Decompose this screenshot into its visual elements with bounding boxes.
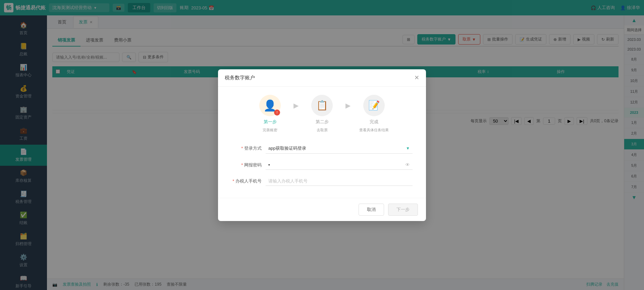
step-2-desc: 去取票 [317, 128, 328, 133]
step-3-label: 完成 [370, 119, 378, 125]
form-row-phone: * 办税人手机号 [231, 176, 413, 186]
step-1-icon-wrap: 👤 ! [259, 95, 281, 116]
eye-toggle-icon[interactable]: 👁 [405, 162, 413, 167]
required-star-1: * [241, 146, 243, 151]
modal-overlay[interactable]: 税务数字账户 ✕ 👤 ! 第一步 完善账密 ▶ [0, 0, 644, 290]
next-button[interactable]: 下一步 [388, 204, 418, 216]
login-method-select[interactable]: app获取验证码登录 ▼ [266, 143, 413, 154]
password-label: * 网报密码 [231, 162, 262, 168]
step-3-desc: 查看具体任务结果 [359, 128, 389, 133]
form-row-password: * 网报密码 👁 [231, 160, 413, 170]
login-method-value: app获取验证码登录 [268, 145, 306, 151]
login-method-label: * 登录方式 [231, 145, 262, 151]
modal-footer: 取消 下一步 [218, 198, 426, 221]
step-1: 👤 ! 第一步 完善账密 [247, 95, 293, 133]
step-2-label: 第二步 [316, 119, 329, 125]
modal-header: 税务数字账户 ✕ [218, 69, 426, 87]
step-2-icon: 📋 [316, 100, 328, 111]
step-arrow-2: ▶ [345, 95, 351, 110]
form-row-login-method: * 登录方式 app获取验证码登录 ▼ [231, 143, 413, 154]
login-dropdown-icon: ▼ [406, 146, 410, 151]
step-3: 📝 完成 查看具体任务结果 [351, 95, 397, 133]
steps-row: 👤 ! 第一步 完善账密 ▶ 📋 第二步 去取票 ▶ [231, 95, 413, 133]
required-star-2: * [241, 162, 243, 167]
phone-label: * 办税人手机号 [231, 178, 262, 184]
phone-input[interactable] [266, 176, 413, 186]
modal-close-btn[interactable]: ✕ [414, 75, 419, 81]
required-star-3: * [232, 178, 234, 184]
modal: 税务数字账户 ✕ 👤 ! 第一步 完善账密 ▶ [218, 69, 426, 221]
step-3-icon: 📝 [368, 100, 380, 111]
step-2-icon-wrap: 📋 [311, 95, 333, 116]
cancel-button[interactable]: 取消 [359, 204, 384, 216]
step-1-desc: 完善账密 [263, 128, 277, 133]
password-input[interactable] [266, 160, 405, 169]
step-2: 📋 第二步 去取票 [299, 95, 345, 133]
modal-title: 税务数字账户 [225, 75, 255, 81]
step-arrow-1: ▶ [293, 95, 299, 110]
step-1-label: 第一步 [264, 119, 277, 125]
step-1-badge: ! [274, 110, 280, 116]
step-3-icon-wrap: 📝 [363, 95, 385, 116]
modal-body: 👤 ! 第一步 完善账密 ▶ 📋 第二步 去取票 ▶ [218, 87, 426, 198]
step-1-icon: 👤 [263, 99, 277, 112]
